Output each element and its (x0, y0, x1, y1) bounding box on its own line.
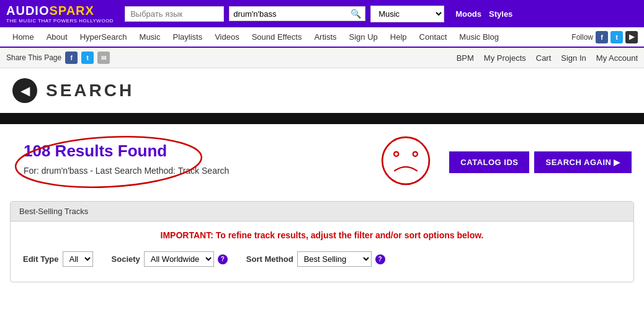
main-nav: Home About HyperSearch Music Playlists V… (0, 27, 644, 48)
nav-home[interactable]: Home (6, 27, 40, 47)
utility-bar: Share This Page f t ✉ BPM My Projects Ca… (0, 48, 644, 68)
nav-help[interactable]: Help (384, 27, 413, 47)
svg-point-3 (413, 152, 418, 156)
best-selling-header: Best-Selling Tracks (11, 202, 633, 222)
society-group: Society All Worldwide ? (112, 251, 228, 267)
sign-in-link[interactable]: Sign In (561, 53, 586, 63)
follow-label: Follow (571, 33, 593, 42)
sort-method-select[interactable]: Best Selling (297, 251, 372, 267)
search-input[interactable] (233, 9, 351, 19)
back-button[interactable]: ◀ (12, 78, 37, 103)
language-select[interactable] (125, 6, 224, 22)
styles-link[interactable]: Styles (489, 9, 512, 19)
svg-point-1 (383, 137, 430, 184)
follow-area: Follow f t ▶ (571, 31, 638, 43)
society-select[interactable]: All Worldwide (144, 251, 214, 267)
nav-signup[interactable]: Sign Up (343, 27, 384, 47)
share-facebook-icon[interactable]: f (65, 52, 78, 64)
share-area: Share This Page f t ✉ (6, 52, 457, 64)
nav-artists[interactable]: Artists (308, 27, 342, 47)
nav-playlists[interactable]: Playlists (167, 27, 209, 47)
filter-row: Edit Type All Society All Worldwide ? So… (11, 246, 633, 272)
search-box: 🔍 (229, 6, 365, 21)
sad-face (369, 133, 443, 189)
main-nav-links: Home About HyperSearch Music Playlists V… (6, 27, 571, 47)
sort-method-label: Sort Method (246, 254, 293, 264)
results-area: 108 Results Found For: drum'n'bass - Las… (12, 133, 362, 187)
share-email-icon[interactable]: ✉ (97, 52, 110, 64)
twitter-icon[interactable]: t (610, 31, 623, 43)
top-bar: AUDIOSPARX THE MUSIC THAT POWERS HOLLYWO… (0, 0, 644, 27)
nav-contact[interactable]: Contact (413, 27, 454, 47)
bpm-link[interactable]: BPM (457, 53, 474, 63)
cart-link[interactable]: Cart (536, 53, 552, 63)
results-detail: For: drum'n'bass - Last Search Method: T… (19, 163, 234, 181)
logo-subtitle: THE MUSIC THAT POWERS HOLLYWOOD (6, 18, 114, 24)
search-heading: ◀ SEARCH (0, 68, 644, 113)
search-again-button[interactable]: SEARCH AGAIN ▶ (534, 151, 632, 173)
logo: AUDIOSPARX THE MUSIC THAT POWERS HOLLYWO… (6, 4, 114, 24)
search-button[interactable]: 🔍 (351, 9, 361, 19)
share-twitter-icon[interactable]: t (81, 52, 94, 64)
nav-hypersearch[interactable]: HyperSearch (74, 27, 133, 47)
nav-about[interactable]: About (40, 27, 74, 47)
results-actions: CATALOG IDS SEARCH AGAIN ▶ (449, 133, 632, 173)
youtube-icon[interactable]: ▶ (625, 31, 638, 43)
nav-sound-effects[interactable]: Sound Effects (246, 27, 308, 47)
top-nav-links: Moods Styles (455, 9, 512, 19)
facebook-icon[interactable]: f (596, 31, 608, 43)
important-message: IMPORTANT: To refine track results, adju… (11, 222, 633, 246)
edit-type-select[interactable]: All (63, 251, 93, 267)
catalog-ids-button[interactable]: CATALOG IDS (449, 151, 529, 173)
my-projects-link[interactable]: My Projects (484, 53, 526, 63)
page-title: SEARCH (46, 81, 134, 101)
nav-videos[interactable]: Videos (208, 27, 246, 47)
society-label: Society (112, 254, 140, 264)
nav-music[interactable]: Music (133, 27, 167, 47)
results-found: 108 Results Found (19, 139, 234, 163)
edit-type-label: Edit Type (23, 254, 59, 264)
my-account-link[interactable]: My Account (596, 53, 638, 63)
util-links: BPM My Projects Cart Sign In My Account (457, 53, 638, 63)
moods-link[interactable]: Moods (455, 9, 481, 19)
svg-point-2 (394, 152, 398, 156)
edit-type-group: Edit Type All (23, 251, 93, 267)
black-bar (0, 113, 644, 124)
sort-method-group: Sort Method Best Selling ? (246, 251, 385, 267)
society-help-icon[interactable]: ? (218, 254, 228, 264)
share-label: Share This Page (6, 53, 61, 62)
nav-music-blog[interactable]: Music Blog (453, 27, 505, 47)
best-selling-section: Best-Selling Tracks IMPORTANT: To refine… (10, 201, 634, 282)
sort-method-help-icon[interactable]: ? (375, 254, 385, 264)
category-dropdown[interactable]: Music Sound Effects Artists (370, 6, 444, 22)
